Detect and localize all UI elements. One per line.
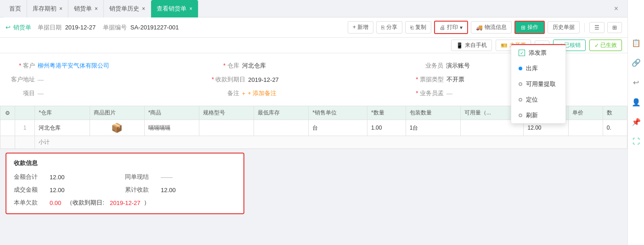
dropdown-arrow-icon: ▾ [460, 24, 463, 31]
right-sidebar: 📋 🔗 ↩ 👤 📌 ⛶ [627, 0, 644, 245]
row-product: 嗝嗝嗝嗝 [144, 120, 199, 136]
deal-value: 12.00 [50, 187, 65, 194]
doc-number: 单据编号 SA-20191227-001 [103, 23, 179, 32]
dropdown-out-stock[interactable]: 出库 [511, 61, 565, 76]
col-unit: *销售单位 [309, 106, 367, 120]
sidebar-expand-icon[interactable]: ⛶ [631, 136, 642, 148]
history-button[interactable]: 历史单据 [548, 21, 580, 34]
warehouse-label: 仓库 [212, 62, 239, 70]
truck-icon: 🚚 [476, 24, 483, 31]
row-price [568, 120, 603, 136]
project-label: 项目 [7, 89, 35, 97]
payment-section: 收款信息 金额合计 12.00 同单现结 —— 成交金额 12.00 累计收款 … [6, 153, 244, 214]
tab-sales-close[interactable]: × [95, 6, 98, 12]
dropdown-available-qty[interactable]: 可用量提取 [511, 76, 565, 92]
owed-date: 2019-12-27 [110, 199, 141, 206]
radio-dot-icon [519, 67, 522, 70]
owed-label: 本单欠款 [14, 199, 46, 207]
phone-button[interactable]: 📱 来自手机 [451, 40, 492, 51]
payment-group: 收款到期日 2019-12-27 [212, 75, 416, 84]
effect-status-button[interactable]: ✓ 已生效 [589, 40, 622, 51]
staff-label: 业务员 [416, 62, 443, 70]
new-button[interactable]: + 新增 [348, 21, 373, 34]
owed-close: ） [144, 199, 150, 207]
add-note-button[interactable]: + + 添加备注 [242, 89, 277, 97]
copy-button[interactable]: ⎗ 复制 [405, 21, 431, 34]
row-unit: 台 [309, 120, 367, 136]
col-other: 数 [603, 106, 627, 120]
plus-icon: + [242, 90, 246, 97]
col-price: 单价 [568, 106, 603, 120]
view-list-button[interactable]: ☰ [589, 22, 604, 33]
ticket-icon: 🎫 [501, 42, 508, 49]
address-value: — [38, 76, 212, 83]
col-img: 商品图片 [90, 106, 144, 120]
sidebar-doc-icon[interactable]: 📋 [630, 37, 643, 49]
tab-inventory[interactable]: 库存期初 × [27, 0, 68, 17]
owed-value: 0.00 [50, 199, 61, 206]
tab-view-sales[interactable]: 查看销货单 × [151, 0, 198, 17]
date-label: 单据日期 2019-12-27 [38, 23, 96, 32]
address-label: 客户地址 [7, 75, 35, 84]
customer-value[interactable]: 柳州粤港平安气体有限公司 [38, 62, 212, 70]
note-group: 备注 + + 添加备注 [212, 89, 416, 97]
amount-label: 金额合计 [14, 173, 46, 181]
cumul-label: 累计收款 [125, 186, 157, 194]
deal-label: 成交金额 [14, 186, 46, 194]
dropdown-locate[interactable]: 定位 [511, 92, 565, 108]
address-group: 客户地址 — [7, 75, 212, 84]
staff2-label: 业务员孟 [416, 89, 444, 97]
col-product: *商品 [144, 106, 199, 120]
tab-sales[interactable]: 销货单 × [68, 0, 104, 17]
dropdown-refresh[interactable]: 刷新 [511, 108, 565, 123]
sidebar-user-icon[interactable]: 👤 [630, 96, 643, 108]
subtotal-empty-1 [0, 136, 15, 149]
subtotal-empty-2 [15, 136, 35, 149]
amount-row: 金额合计 12.00 [14, 172, 125, 182]
operate-dropdown: ✓ 添发票 出库 可用量提取 定位 刷新 [511, 44, 566, 124]
row-other: 0. [603, 120, 627, 136]
grid-icon: ⊞ [521, 24, 525, 31]
sidebar-link-icon[interactable]: 🔗 [630, 57, 643, 69]
toolbar: ↩ 销货单 单据日期 2019-12-27 单据编号 SA-20191227-0… [0, 17, 627, 38]
print-icon: 🖨 [440, 24, 445, 31]
radio-empty-icon-3 [519, 114, 522, 117]
tab-home[interactable]: 首页 [4, 0, 27, 17]
tab-inventory-close[interactable]: × [59, 6, 62, 12]
row-spec [199, 120, 254, 136]
toolbar-divider [584, 23, 585, 32]
window-close-button[interactable]: × [609, 5, 624, 13]
col-qty: *数量 [367, 106, 406, 120]
row-actions [0, 120, 15, 136]
warehouse-group: 仓库 河北仓库 [212, 62, 416, 70]
project-value: — [38, 90, 212, 97]
row-warehouse: 河北仓库 [35, 120, 90, 136]
print-button[interactable]: 🖨 打印 ▾ [434, 21, 468, 34]
radio-empty-icon [519, 82, 522, 86]
row-pkg-qty: 1台 [406, 120, 460, 136]
view-grid-button[interactable]: ⊞ [607, 22, 622, 33]
tab-sales-history-close[interactable]: × [142, 6, 145, 12]
same-order-value: —— [161, 174, 173, 181]
subtotal-row: 小计 [0, 136, 627, 149]
cumul-value: 12.00 [161, 187, 176, 194]
payment-title: 收款信息 [14, 159, 236, 167]
warehouse-value: 河北仓库 [242, 62, 416, 70]
operate-button[interactable]: ⊞ 操作 [514, 21, 545, 34]
logistics-button[interactable]: 🚚 物流信息 [471, 21, 512, 34]
cumul-row: 累计收款 12.00 [125, 185, 236, 195]
tab-view-sales-close[interactable]: × [189, 6, 192, 12]
share-button[interactable]: ⎘ 分享 [376, 21, 402, 34]
sidebar-pin-icon[interactable]: 📌 [630, 116, 643, 128]
payment-label: 收款到期日 [212, 75, 246, 84]
sidebar-undo-icon[interactable]: ↩ [631, 76, 641, 89]
project-group: 项目 — [7, 89, 212, 97]
toolbar-actions: + 新增 ⎘ 分享 ⎗ 复制 🖨 打印 ▾ 🚚 物流信息 [348, 21, 622, 34]
col-settings[interactable]: ⚙ [0, 106, 15, 120]
dropdown-add-invoice[interactable]: ✓ 添发票 [511, 45, 565, 61]
col-warehouse: *仓库 [35, 106, 90, 120]
doc-type-label: ↩ 销货单 [6, 23, 31, 32]
tab-sales-history[interactable]: 销货单历史 × [104, 0, 151, 17]
row-img: 📦 [90, 120, 144, 136]
doc-meta: 单据日期 2019-12-27 单据编号 SA-20191227-001 [38, 23, 179, 32]
